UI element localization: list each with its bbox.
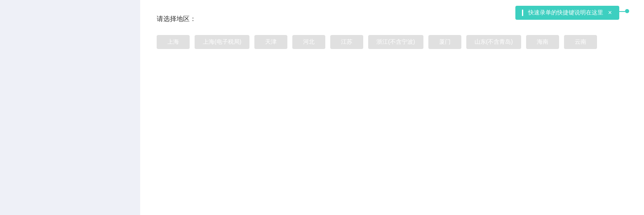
main-content: 请选择地区： 上海上海(电子税局)天津河北江苏浙江(不含宁波)厦门山东(不含青岛… bbox=[140, 0, 644, 215]
region-button-2[interactable]: 天津 bbox=[254, 35, 287, 49]
region-button-9[interactable]: 云南 bbox=[564, 35, 597, 49]
sidebar bbox=[0, 0, 140, 215]
region-button-1[interactable]: 上海(电子税局) bbox=[195, 35, 249, 49]
region-button-8[interactable]: 海南 bbox=[526, 35, 559, 49]
tooltip-close-button[interactable]: × bbox=[607, 9, 613, 16]
tooltip-text: 快速录单的快捷键说明在这里 bbox=[528, 9, 603, 16]
tooltip-connector-line bbox=[618, 11, 625, 12]
region-button-5[interactable]: 浙江(不含宁波) bbox=[368, 35, 423, 49]
region-button-6[interactable]: 厦门 bbox=[428, 35, 461, 49]
region-buttons: 上海上海(电子税局)天津河北江苏浙江(不含宁波)厦门山东(不含青岛)海南云南 bbox=[157, 35, 628, 49]
tooltip-connector-dot bbox=[625, 9, 629, 13]
region-button-0[interactable]: 上海 bbox=[157, 35, 190, 49]
tooltip-banner: 快速录单的快捷键说明在这里 × bbox=[515, 6, 619, 20]
region-button-7[interactable]: 山东(不含青岛) bbox=[466, 35, 521, 49]
region-button-4[interactable]: 江苏 bbox=[330, 35, 363, 49]
region-button-3[interactable]: 河北 bbox=[292, 35, 325, 49]
